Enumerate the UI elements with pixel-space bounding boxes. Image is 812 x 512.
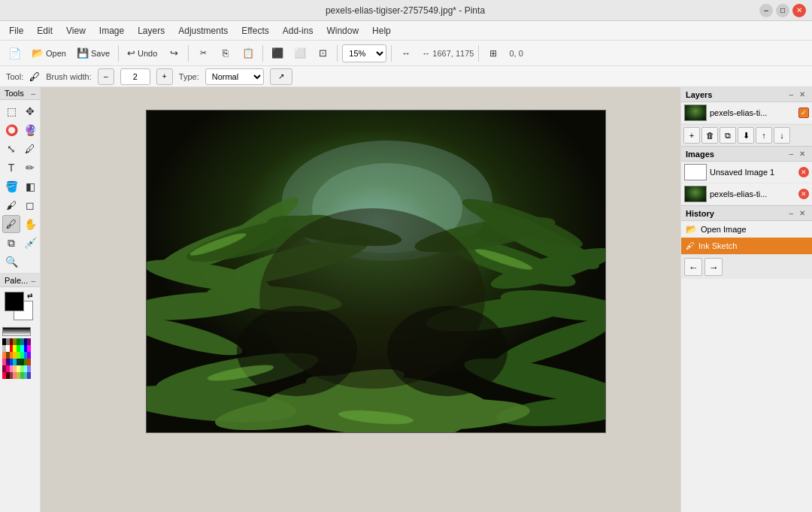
ink-tool[interactable]: 🖋	[2, 215, 20, 233]
type-select[interactable]: NormalBlendingOverwrite	[205, 68, 264, 85]
redo-button[interactable]: ↪	[164, 44, 183, 63]
type-label: Type:	[179, 72, 199, 81]
select-all-button[interactable]: ⬛	[268, 44, 287, 63]
images-close-button[interactable]: ✕	[797, 149, 807, 159]
lasso-select-tool[interactable]: ⭕	[2, 121, 20, 139]
color-row	[2, 365, 31, 372]
left-panel: Tools – ⬚✥⭕🔮⤡🖊T✏🪣◧🖌◻🖋✋⧉💉🔍 Pale... – ⇄	[0, 87, 41, 512]
eraser-tool[interactable]: ◻	[21, 196, 39, 214]
separator-4	[337, 45, 338, 62]
merge-down-button[interactable]: ⬇	[738, 127, 754, 144]
layers-close-button[interactable]: ✕	[797, 89, 807, 99]
color-swap-button[interactable]: ⇄	[27, 292, 33, 299]
crop-icon: ⊡	[319, 47, 327, 59]
brush-width-plus-button[interactable]: +	[156, 68, 173, 85]
crop-button[interactable]: ⊡	[313, 44, 332, 63]
duplicate-layer-button[interactable]: ⧉	[720, 127, 736, 144]
menu-item-effects[interactable]: Effects	[235, 23, 274, 38]
tool-options-bar: Tool: 🖋 Brush width: – + Type: NormalBle…	[0, 66, 812, 87]
history-item-icon: 📂	[686, 224, 697, 235]
open-icon: 📂	[32, 47, 44, 59]
layers-minimize-button[interactable]: –	[786, 89, 795, 99]
text-tool[interactable]: T	[2, 159, 20, 177]
open-button[interactable]: 📂 Open	[28, 44, 70, 63]
color-palette	[2, 338, 31, 379]
delete-layer-button[interactable]: 🗑	[701, 127, 718, 144]
color-swatch[interactable]	[27, 359, 31, 365]
image-close-button[interactable]: ✕	[798, 167, 809, 177]
menu-item-edit[interactable]: Edit	[31, 23, 59, 38]
copy-button[interactable]: ⎘	[216, 44, 235, 63]
pan-tool[interactable]: ✋	[21, 215, 39, 233]
clone-stamp-tool[interactable]: ⧉	[2, 234, 20, 252]
image-item[interactable]: Unsaved Image 1✕	[681, 162, 812, 183]
history-minimize-button[interactable]: –	[786, 208, 795, 218]
image-close-button[interactable]: ✕	[798, 189, 809, 199]
history-close-button[interactable]: ✕	[797, 208, 807, 218]
color-swatch[interactable]	[27, 372, 31, 379]
palette-panel-close[interactable]: –	[31, 277, 35, 285]
zoom-tool[interactable]: 🔍	[2, 253, 20, 271]
crop-tool[interactable]: ⤡	[2, 140, 20, 158]
canvas-area[interactable]	[41, 87, 680, 512]
color-picker-tool[interactable]: 💉	[21, 234, 39, 252]
save-button[interactable]: 💾 Save	[73, 44, 114, 63]
images-minimize-button[interactable]: –	[786, 149, 795, 159]
history-undo-button[interactable]: ←	[684, 258, 702, 276]
menu-item-file[interactable]: File	[3, 23, 29, 38]
color-swatch[interactable]	[27, 345, 31, 352]
add-layer-button[interactable]: +	[683, 127, 700, 144]
history-title-text: History	[686, 209, 714, 218]
maximize-button[interactable]: □	[776, 4, 789, 17]
minimize-button[interactable]: –	[759, 4, 773, 17]
brush-width-input[interactable]	[120, 68, 150, 85]
history-item[interactable]: 📂Open Image	[681, 221, 812, 238]
svg-point-32	[237, 306, 357, 396]
brush-style-button[interactable]: ↗	[270, 68, 292, 85]
image-item[interactable]: pexels-elias-ti...✕	[681, 183, 812, 205]
close-button[interactable]: ✕	[792, 4, 806, 17]
brush-tool[interactable]: 🖌	[2, 196, 20, 214]
move-layer-up-button[interactable]: ↑	[756, 127, 772, 144]
images-panel-title: Images – ✕	[681, 147, 812, 162]
move-tool[interactable]: ✥	[21, 102, 39, 120]
cut-icon: ✂	[200, 48, 207, 58]
zoom-select[interactable]: 5%10%15%25%50%75%100%200%400%	[342, 44, 386, 62]
foreground-color-swatch[interactable]	[5, 292, 24, 311]
color-swatch[interactable]	[27, 365, 31, 372]
image-size-button[interactable]: ↔	[396, 44, 416, 63]
menu-item-add-ins[interactable]: Add-ins	[277, 23, 320, 38]
menu-item-window[interactable]: Window	[320, 23, 365, 38]
grid-button[interactable]: ⊞	[483, 44, 503, 63]
menu-item-help[interactable]: Help	[366, 23, 397, 38]
pencil-tool[interactable]: ✏	[21, 159, 39, 177]
move-layer-down-button[interactable]: ↓	[774, 127, 790, 144]
menu-item-view[interactable]: View	[60, 23, 92, 38]
menu-item-image[interactable]: Image	[93, 23, 130, 38]
history-panel-title: History – ✕	[681, 206, 812, 221]
cut-button[interactable]: ✂	[193, 44, 213, 63]
gray-gradient[interactable]	[2, 327, 31, 336]
rectangle-select-tool[interactable]: ⬚	[2, 102, 20, 120]
color-swatch[interactable]	[27, 352, 31, 359]
image-size-icon: ↔	[401, 48, 411, 59]
history-item[interactable]: 🖋Ink Sketch	[681, 238, 812, 254]
menu-item-adjustments[interactable]: Adjustments	[172, 23, 234, 38]
menu-item-layers[interactable]: Layers	[132, 23, 171, 38]
recolor-tool[interactable]: 🖊	[21, 140, 39, 158]
tools-panel-header: Tools –	[0, 87, 40, 100]
paint-bucket-tool[interactable]: 🪣	[2, 177, 20, 195]
history-redo-button[interactable]: →	[704, 258, 723, 276]
gradient-tool[interactable]: ◧	[21, 177, 39, 195]
tools-panel-close[interactable]: –	[31, 89, 35, 98]
magic-wand-tool[interactable]: 🔮	[21, 121, 39, 139]
brush-width-minus-button[interactable]: –	[98, 68, 114, 85]
new-button[interactable]: 📄	[5, 44, 25, 63]
image-thumbnail	[684, 164, 707, 180]
deselect-button[interactable]: ⬜	[290, 44, 310, 63]
paste-button[interactable]: 📋	[238, 44, 258, 63]
undo-button[interactable]: ↩ Undo	[123, 44, 161, 63]
layer-visibility-checkbox[interactable]: ✓	[798, 108, 809, 118]
layer-item[interactable]: pexels-elias-ti...✓	[681, 102, 812, 124]
color-swatch[interactable]	[27, 338, 31, 345]
